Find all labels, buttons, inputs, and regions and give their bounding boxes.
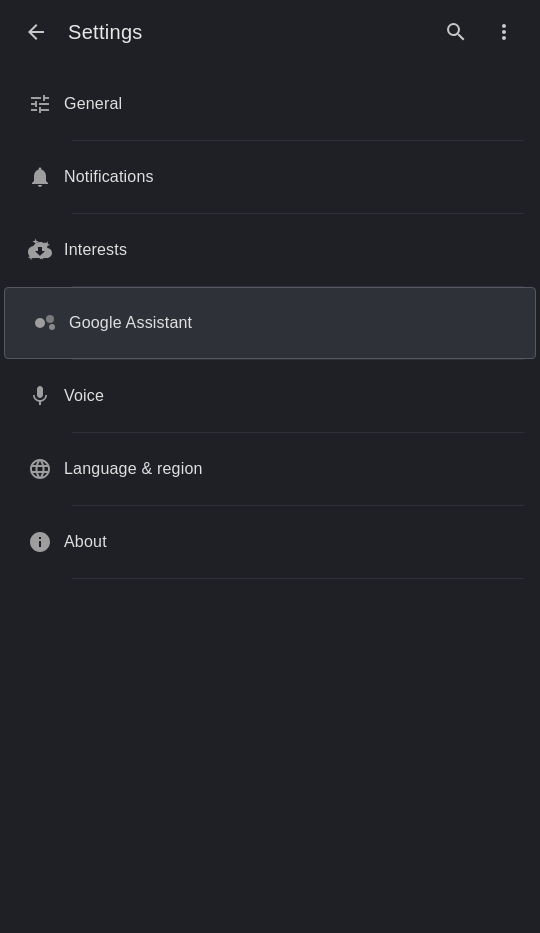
divider-about <box>72 578 524 579</box>
language-region-label: Language & region <box>64 460 203 478</box>
google-assistant-label: Google Assistant <box>69 314 192 332</box>
more-options-button[interactable] <box>484 12 524 52</box>
interests-label: Interests <box>64 241 127 259</box>
menu-item-voice[interactable]: Voice <box>0 360 540 432</box>
menu-item-about[interactable]: About <box>0 506 540 578</box>
page-title: Settings <box>68 21 436 44</box>
svg-point-0 <box>35 318 45 328</box>
menu-item-google-assistant[interactable]: Google Assistant <box>4 287 536 359</box>
menu-item-general[interactable]: General <box>0 68 540 140</box>
interests-icon <box>16 238 64 262</box>
svg-point-2 <box>49 324 55 330</box>
about-label: About <box>64 533 107 551</box>
menu-item-language-region[interactable]: Language & region <box>0 433 540 505</box>
notifications-label: Notifications <box>64 168 154 186</box>
header-actions <box>436 12 524 52</box>
svg-point-1 <box>46 315 54 323</box>
assistant-icon <box>21 309 69 337</box>
menu-item-notifications[interactable]: Notifications <box>0 141 540 213</box>
general-label: General <box>64 95 122 113</box>
back-button[interactable] <box>16 12 56 52</box>
sliders-icon <box>16 92 64 116</box>
mic-icon <box>16 384 64 408</box>
globe-icon <box>16 457 64 481</box>
menu-item-interests[interactable]: Interests <box>0 214 540 286</box>
voice-label: Voice <box>64 387 104 405</box>
info-icon <box>16 530 64 554</box>
search-button[interactable] <box>436 12 476 52</box>
settings-menu: General Notifications Interests <box>0 68 540 579</box>
bell-icon <box>16 165 64 189</box>
app-header: Settings <box>0 0 540 64</box>
